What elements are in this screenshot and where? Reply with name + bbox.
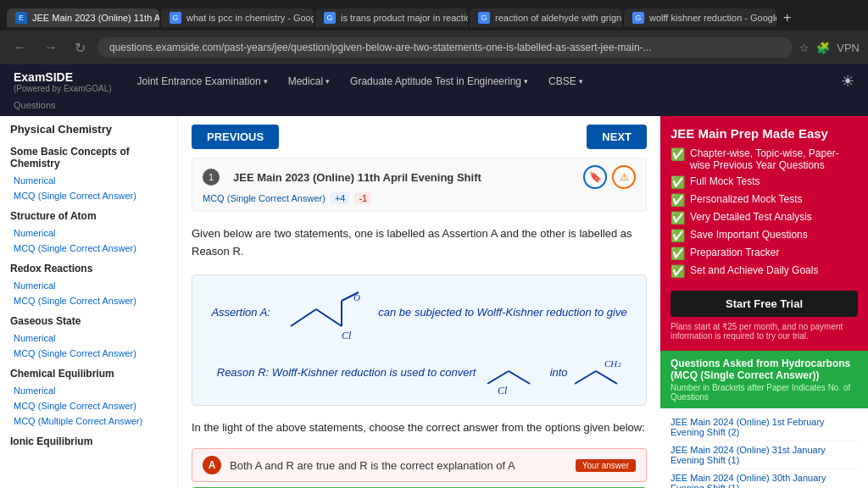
questions-from-subtitle: Number in Brackets after Paper Indicates…	[670, 383, 858, 402]
tab-4[interactable]: G reaction of aldehyde with grignard r..…	[470, 8, 622, 27]
bookmark-icon: ☆	[799, 42, 810, 54]
promo-item-1: ✅ Chapter-wise, Topic-wise, Paper-wise P…	[670, 147, 858, 171]
nav-tabs: Joint Entrance Examination ▾ Medical ▾ G…	[129, 72, 592, 91]
sidebar-item-structure-mcq[interactable]: MCQ (Single Correct Answer)	[0, 241, 177, 256]
svg-line-1	[316, 309, 342, 326]
theme-toggle-icon[interactable]: ☀	[841, 72, 854, 91]
chevron-down-icon-2: ▾	[326, 77, 330, 86]
assertion-text: Assertion A: Cl O can be subjected to Wo…	[211, 284, 626, 343]
sidebar-item-structure-numerical[interactable]: Numerical	[0, 225, 177, 241]
url-bar[interactable]	[97, 37, 793, 58]
nav-tab-gate[interactable]: Graduate Aptitude Test in Engineering ▾	[342, 72, 537, 91]
back-button[interactable]: ←	[8, 38, 32, 57]
bookmark-question-icon[interactable]: 🔖	[583, 165, 607, 189]
q-list-item-1[interactable]: JEE Main 2024 (Online) 1st February Even…	[670, 413, 858, 441]
svg-text:O: O	[353, 292, 360, 302]
sidebar-item-chemical-equilibrium[interactable]: Chemical Equilibrium	[0, 361, 177, 383]
main-layout: Physical Chemistry Some Basic Concepts o…	[0, 116, 868, 488]
sidebar-item-cheq-numerical[interactable]: Numerical	[0, 383, 177, 398]
sidebar-item-redox-numerical[interactable]: Numerical	[0, 278, 177, 293]
browser-controls: ← → ↻ ☆ 🧩 VPN	[0, 30, 868, 64]
app: ExamSIDE (Powered by ExamGOAL) Joint Ent…	[0, 64, 868, 488]
nav-tab-cbse[interactable]: CBSE ▾	[540, 72, 592, 91]
sidebar-item-gaseous[interactable]: Gaseous State	[0, 308, 177, 330]
tag-plus: +4	[331, 192, 350, 204]
svg-text:CH₂: CH₂	[604, 358, 621, 369]
tab-bar: E JEE Main 2023 (Online) 11th Ap... ✕ G …	[0, 0, 868, 30]
promo-box: JEE Main Prep Made Easy ✅ Chapter-wise, …	[660, 116, 868, 351]
svg-text:Cl: Cl	[498, 385, 508, 396]
option-text-a: Both A and R are true and R is the corre…	[230, 459, 576, 472]
nav-tab-medical[interactable]: Medical ▾	[280, 72, 338, 91]
tab-label-4: reaction of aldehyde with grignard r...	[495, 13, 622, 23]
q-list-item-2[interactable]: JEE Main 2024 (Online) 31st January Even…	[670, 441, 858, 469]
tab-active[interactable]: E JEE Main 2023 (Online) 11th Ap... ✕	[7, 8, 159, 27]
next-button[interactable]: NEXT	[587, 125, 647, 149]
browser-icons: ☆ 🧩 VPN	[799, 42, 860, 54]
sidebar-item-gaseous-numerical[interactable]: Numerical	[0, 330, 177, 346]
chevron-down-icon-3: ▾	[524, 77, 528, 86]
svg-line-10	[596, 371, 617, 384]
tab-label: JEE Main 2023 (Online) 11th Ap...	[32, 13, 159, 23]
chevron-down-icon: ▾	[264, 77, 268, 86]
tab-5[interactable]: G wolff kishner reduction - Google Se...	[624, 8, 776, 27]
sidebar-item-cheq-mcq[interactable]: MCQ (Single Correct Answer)	[0, 398, 177, 413]
tab-label-2: what is pcc in chemistry - Google S...	[186, 13, 314, 23]
answer-option-a[interactable]: A Both A and R are true and R is the cor…	[192, 448, 647, 482]
question-exam: JEE Main 2023 (Online) 11th April Evenin…	[233, 171, 481, 184]
sidebar-item-ionic[interactable]: Ionic Equilibrium	[0, 429, 177, 451]
question-tags: MCQ (Single Correct Answer) +4 -1	[203, 192, 636, 204]
promo-item-2: ✅ Full Mock Tests	[670, 175, 858, 189]
your-answer-badge: Your answer	[576, 459, 636, 472]
new-tab-button[interactable]: +	[778, 10, 796, 25]
content-nav: PREVIOUS NEXT	[178, 116, 660, 158]
right-panel: JEE Main Prep Made Easy ✅ Chapter-wise, …	[660, 116, 868, 488]
tab-label-5: wolff kishner reduction - Google Se...	[649, 13, 776, 23]
option-badge-a: A	[203, 456, 221, 474]
question-type: MCQ (Single Correct Answer)	[203, 193, 326, 203]
question-text: Given below are two statements, one is l…	[192, 219, 647, 268]
sidebar: Physical Chemistry Some Basic Concepts o…	[0, 116, 178, 488]
tab-3[interactable]: G is trans product major in reaction o..…	[315, 8, 468, 27]
sidebar-item-redox-mcq[interactable]: MCQ (Single Correct Answer)	[0, 293, 177, 308]
previous-button[interactable]: PREVIOUS	[192, 125, 279, 149]
tab-2[interactable]: G what is pcc in chemistry - Google S...	[161, 8, 314, 27]
start-free-trial-button[interactable]: Start Free Trial	[670, 291, 858, 317]
questions-from-title: Questions Asked from Hydrocarbons (MCQ (…	[670, 358, 858, 381]
q-list-item-3[interactable]: JEE Main 2024 (Online) 30th January Even…	[670, 469, 858, 488]
check-icon-6: ✅	[670, 247, 685, 260]
reason-structure-svg: Cl	[479, 350, 547, 396]
breadcrumb-bar: Questions	[0, 98, 868, 116]
svg-line-9	[575, 371, 596, 384]
assertion-structure-svg: Cl O	[274, 284, 376, 343]
warning-icon[interactable]: ⚠	[612, 165, 636, 189]
app-logo-sub: (Powered by ExamGOAL)	[14, 84, 112, 93]
check-icon-4: ✅	[670, 211, 685, 225]
sidebar-item-some-basic-numerical[interactable]: Numerical	[0, 173, 177, 188]
question-box: 1 JEE Main 2023 (Online) 11th April Even…	[178, 158, 660, 488]
forward-button[interactable]: →	[39, 38, 63, 57]
reload-button[interactable]: ↻	[70, 38, 91, 58]
sidebar-item-structure-of-atom[interactable]: Structure of Atom	[0, 203, 177, 225]
nav-tab-jee[interactable]: Joint Entrance Examination ▾	[129, 72, 276, 91]
conclude-text: In the light of the above statements, ch…	[192, 413, 647, 444]
sidebar-item-redox[interactable]: Redox Reactions	[0, 256, 177, 278]
tab-favicon-3: G	[324, 12, 336, 24]
sidebar-item-some-basic-mcq[interactable]: MCQ (Single Correct Answer)	[0, 188, 177, 203]
breadcrumb: Questions	[14, 100, 56, 110]
sidebar-item-some-basic-concepts[interactable]: Some Basic Concepts of Chemistry	[0, 139, 177, 173]
sidebar-item-cheq-mcq-multi[interactable]: MCQ (Multiple Correct Answer)	[0, 413, 177, 429]
tag-minus: -1	[354, 192, 371, 204]
app-header: ExamSIDE (Powered by ExamGOAL) Joint Ent…	[0, 64, 868, 98]
sidebar-item-gaseous-mcq[interactable]: MCQ (Single Correct Answer)	[0, 346, 177, 361]
check-icon-1: ✅	[670, 147, 685, 161]
sidebar-section-physical-chemistry: Physical Chemistry	[0, 116, 177, 139]
promo-title: JEE Main Prep Made Easy	[670, 126, 858, 141]
product-structure-svg: CH₂	[570, 354, 621, 392]
tab-favicon-5: G	[632, 12, 644, 24]
question-number: 1	[203, 169, 220, 186]
extensions-icon: 🧩	[816, 42, 830, 54]
svg-line-7	[509, 371, 530, 384]
app-logo-text: ExamSIDE	[14, 70, 112, 84]
check-icon-3: ✅	[670, 193, 685, 207]
